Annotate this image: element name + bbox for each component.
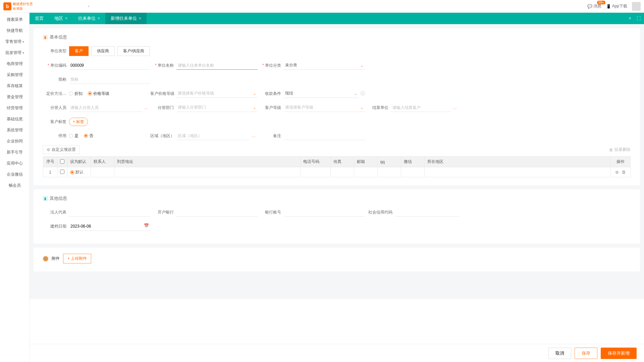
chevron-down-icon: ⌄: [360, 63, 364, 68]
cell-qq[interactable]: [377, 167, 401, 177]
sidebar-item-collab[interactable]: 企业协同: [0, 136, 29, 147]
close-icon[interactable]: ×: [139, 16, 141, 21]
help-icon[interactable]: ⓘ: [361, 90, 365, 97]
tab-home[interactable]: 首页: [30, 13, 49, 24]
seg-customer[interactable]: 客户: [69, 46, 89, 56]
seg-both[interactable]: 客户/供应商: [117, 46, 150, 56]
short-input[interactable]: [69, 75, 150, 84]
section-icon: ▮: [43, 35, 48, 40]
more-icon[interactable]: …: [451, 105, 459, 110]
row-checkbox[interactable]: [60, 170, 64, 174]
more-icon[interactable]: …: [142, 105, 150, 110]
radio-stop-yes[interactable]: 是: [69, 133, 78, 139]
more-icon[interactable]: …: [250, 133, 258, 138]
th-phone: 电话号码: [300, 157, 330, 167]
cell-contact[interactable]: [91, 167, 114, 177]
remark-input[interactable]: [284, 131, 365, 140]
cell-default[interactable]: 默认: [67, 167, 91, 177]
attachment-label: 附件: [52, 256, 60, 261]
pay-cond-select[interactable]: 现结 ⌄: [284, 89, 359, 98]
cell-wechat[interactable]: [401, 167, 424, 177]
unit-cat-select[interactable]: 未分类 ⌄: [284, 61, 365, 70]
cell-address[interactable]: [114, 167, 301, 177]
cust-level-select[interactable]: 请选择客户等级 ⌄: [284, 103, 365, 112]
close-icon[interactable]: ×: [65, 16, 67, 21]
cell-seq: 1: [43, 167, 57, 177]
price-level-select[interactable]: 请选择客户价格等级 ⌄: [176, 89, 258, 98]
cell-region[interactable]: [424, 167, 610, 177]
chevron-down-icon: ⌄: [354, 91, 357, 96]
credit-input[interactable]: [395, 208, 459, 217]
sidebar-item-apps[interactable]: 应用中心: [0, 158, 29, 169]
legal-input[interactable]: [69, 208, 150, 217]
fullscreen-icon[interactable]: ⛶: [636, 16, 641, 21]
check-all[interactable]: [60, 159, 64, 164]
sidebar-item-funds[interactable]: 资金管理: [0, 92, 29, 103]
th-address: 到货地址: [114, 157, 301, 167]
sidebar-item-ecom[interactable]: 电商管理: [0, 58, 29, 69]
sidebar-item-business[interactable]: 经营管理: [0, 103, 29, 114]
account-input[interactable]: [284, 208, 365, 217]
download-button[interactable]: 📱 App下载: [606, 3, 627, 9]
logo-text: 畅捷通好生意: [13, 2, 33, 6]
bank-label: 开户银行: [150, 209, 176, 215]
radio-pricelevel[interactable]: 价格等级: [88, 91, 109, 97]
close-icon[interactable]: ×: [98, 16, 100, 21]
unit-code-input[interactable]: [69, 61, 150, 70]
avatar[interactable]: [632, 2, 641, 11]
sidebar-item-guide[interactable]: 新手引导: [0, 147, 29, 158]
sidebar-item-system[interactable]: 系统管理: [0, 125, 29, 136]
org-dropdown-icon[interactable]: ▾: [88, 4, 90, 8]
tab-region[interactable]: 地区×: [49, 13, 73, 24]
th-check: [57, 157, 67, 167]
sidebar-item-wholesale[interactable]: 批发管理▾: [0, 47, 29, 58]
th-qq: qq: [377, 157, 401, 167]
add-row-icon[interactable]: ⊕: [615, 170, 619, 175]
delete-row-icon[interactable]: 🗑: [622, 170, 626, 175]
unit-name-label: 单位名称: [150, 63, 176, 68]
short-label: 简称: [43, 77, 69, 82]
tab-close-all-icon[interactable]: ×: [627, 16, 633, 21]
add-tag-button[interactable]: + 标签: [69, 118, 88, 126]
sidebar-item-member[interactable]: 畅会员: [0, 180, 29, 191]
upload-button[interactable]: + 上传附件: [63, 254, 91, 263]
sidebar-item-basicinfo[interactable]: 基础信息: [0, 114, 29, 125]
cell-fax[interactable]: [330, 167, 354, 177]
tab-new-contact[interactable]: 新增往来单位×: [105, 13, 147, 24]
custom-settings-button[interactable]: ⚙ 自定义项设置: [43, 145, 79, 154]
unit-name-input[interactable]: [176, 61, 258, 70]
app-header: b 畅捷通好生意 标准版 ▾ 💬 消息 99+ 📱 App下载: [0, 0, 644, 13]
dept-select[interactable]: 请输入分管部门 ⌄: [176, 103, 258, 112]
radio-stop-no[interactable]: 否: [84, 133, 93, 139]
chevron-down-icon: ▾: [22, 51, 24, 55]
sidebar-item-search[interactable]: 搜索菜单: [0, 14, 29, 25]
seg-supplier[interactable]: 供应商: [91, 46, 115, 56]
calendar-icon[interactable]: 📅: [144, 223, 149, 228]
cell-email[interactable]: [354, 167, 377, 177]
sidebar-item-retail[interactable]: 零售管理▾: [0, 36, 29, 47]
region-input[interactable]: [176, 131, 250, 140]
settle-label: 结算单位: [365, 105, 391, 111]
th-contact: 联系人: [91, 157, 114, 167]
trash-icon: 🗑: [609, 147, 613, 152]
message-button[interactable]: 💬 消息 99+: [587, 3, 601, 9]
cust-level-label: 客户等级: [258, 105, 284, 111]
date-input[interactable]: [69, 222, 122, 231]
settle-input[interactable]: [391, 103, 451, 112]
stop-label: 停用: [43, 133, 69, 139]
sidebar-item-quicknav[interactable]: 快捷导航: [0, 25, 29, 36]
unit-type-segment: 客户 供应商 客户/供应商: [69, 46, 150, 56]
radio-discount[interactable]: 折扣: [69, 91, 83, 97]
sidebar-item-purchase[interactable]: 采购管理: [0, 69, 29, 80]
batch-delete-button[interactable]: 🗑 批量删除: [609, 145, 631, 154]
bank-input[interactable]: [176, 208, 258, 217]
pricing-label: 定价方法…: [43, 91, 69, 97]
logo-area: b 畅捷通好生意 标准版 ▾: [3, 2, 90, 11]
tab-contacts[interactable]: 往来单位×: [73, 13, 105, 24]
unit-cat-label: 单位分类: [258, 63, 284, 68]
sidebar-item-inventory[interactable]: 库存核算: [0, 80, 29, 92]
th-region: 所在地区: [424, 157, 610, 167]
sidebar-item-wechat[interactable]: 企业微信: [0, 169, 29, 180]
cell-phone[interactable]: [300, 167, 330, 177]
mgr-input[interactable]: [69, 103, 142, 112]
